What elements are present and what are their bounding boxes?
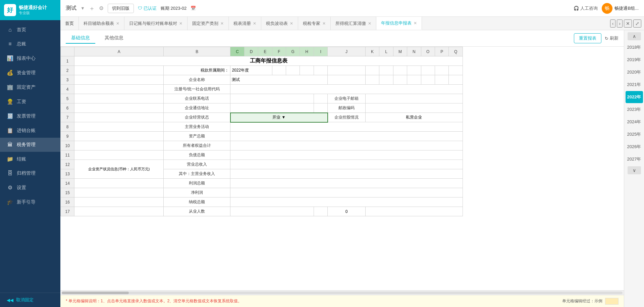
unpin-button[interactable]: ◀◀ 取消固定 (0, 293, 60, 307)
add-tab-button[interactable]: ＋ (89, 4, 95, 12)
tab-item-5[interactable]: 税负波动表✕ (261, 17, 298, 30)
sidebar-item-税务管理[interactable]: 🏛税务管理 (0, 138, 60, 152)
nav-label-1: 总账 (17, 41, 26, 47)
content-area: 基础信息 其他信息 重置报表 ↻ 刷新 A (60, 30, 644, 307)
tab-close-3[interactable]: ✕ (220, 21, 224, 26)
app-logo-icon: 好 (4, 4, 16, 16)
tab-label-3: 固定资产类别 (192, 20, 218, 27)
expand-button[interactable]: ⤢ (633, 19, 641, 28)
tab-item-8[interactable]: 年报信息申报表✕ (376, 17, 422, 30)
table-row: 10 所有者权益合计 (61, 141, 463, 150)
year-panel: ∧ 2018年2019年2020年2021年2022年2023年2024年202… (624, 30, 644, 307)
app-subtitle: 专业版 (19, 10, 47, 15)
hscroll-track[interactable] (62, 292, 623, 294)
year-item-2019年[interactable]: 2019年 (626, 54, 643, 66)
reset-button[interactable]: 重置报表 (574, 33, 601, 43)
tab-close-2[interactable]: ✕ (179, 21, 182, 26)
hscroll-bar[interactable] (60, 290, 624, 295)
hscroll-thumb[interactable] (62, 292, 129, 294)
shield-icon: 🛡 (138, 6, 142, 11)
tab-close-8[interactable]: ✕ (414, 21, 417, 26)
table-row: 7 企业经营状态 开业 ▼ 企业控股情况 私营企业 (61, 113, 463, 122)
tabbar: 首页科目辅助余额表✕日记账与银行对账单核对✕固定资产类别✕税表清册✕税负波动表✕… (60, 17, 644, 30)
table-row: 12 企业资产状况信息(币种：人民币万元) 营业总收入 (61, 160, 463, 169)
calendar-icon[interactable]: 📅 (191, 6, 196, 11)
sheet-actions: 重置报表 ↻ 刷新 (574, 33, 619, 43)
year-item-2021年[interactable]: 2021年 (626, 79, 643, 91)
col-header-l: L (379, 47, 393, 56)
sheet-container: 基础信息 其他信息 重置报表 ↻ 刷新 A (60, 30, 624, 307)
dropdown-arrow-icon[interactable]: ▼ (80, 6, 85, 11)
nav-icon-1: ≡ (7, 41, 13, 47)
settings-icon[interactable]: ⚙ (99, 5, 104, 11)
tab-label-5: 税负波动表 (266, 20, 288, 27)
table-row: 5 企业联系电话 企业电子邮箱 (61, 94, 463, 103)
year-scroll-down-button[interactable]: ∨ (628, 166, 641, 174)
sidebar-item-结账[interactable]: 📁结账 (0, 152, 60, 166)
sidebar-item-首页[interactable]: ⌂首页 (0, 23, 60, 37)
sidebar-item-报表中心[interactable]: 📊报表中心 (0, 51, 60, 65)
year-item-2026年[interactable]: 2026年 (626, 141, 643, 153)
sidebar-item-新手引导[interactable]: 🎓新手引导 (0, 195, 60, 209)
next-tab-button[interactable]: › (617, 19, 623, 28)
table-row: 3 企业名称 测试 (61, 75, 463, 85)
spreadsheet-wrapper[interactable]: A B C D E F G H I J K L M (60, 47, 624, 290)
year-item-2020年[interactable]: 2020年 (626, 66, 643, 78)
sheet-toolbar: 基础信息 其他信息 重置报表 ↻ 刷新 (60, 30, 624, 47)
example-color-box (605, 298, 619, 305)
tab-item-3[interactable]: 固定资产类别✕ (187, 17, 229, 30)
table-row: 4 注册号/统一社会信用代码 (61, 85, 463, 94)
nav-icon-8: 🏛 (7, 142, 13, 148)
sidebar-item-总账[interactable]: ≡总账 (0, 37, 60, 51)
tab-item-6[interactable]: 税检专家✕ (298, 17, 331, 30)
main-area: 测试 ▼ ＋ ⚙ 切到旧版 🛡 已认证 账期 2023-02 📅 🎧 人工咨询 … (60, 0, 644, 307)
close-tab-button[interactable]: ✕ (624, 19, 632, 28)
sidebar-item-资金管理[interactable]: 💰资金管理 (0, 65, 60, 80)
year-scroll-up-button[interactable]: ∧ (628, 32, 641, 40)
year-item-2018年[interactable]: 2018年 (626, 41, 643, 53)
nav-label-5: 工资 (17, 99, 26, 105)
year-item-2025年[interactable]: 2025年 (626, 128, 643, 140)
sidebar-logo: 好 畅捷通好会计 专业版 (0, 0, 60, 20)
tab-close-1[interactable]: ✕ (116, 21, 119, 26)
tab-item-4[interactable]: 税表清册✕ (229, 17, 261, 30)
service-button[interactable]: 🎧 人工咨询 (574, 5, 598, 11)
tab-item-7[interactable]: 所得税汇算清缴✕ (331, 17, 376, 30)
prev-tab-button[interactable]: ‹ (610, 19, 616, 28)
user-name: 畅捷通B组... (614, 5, 639, 11)
col-header-q: Q (449, 47, 463, 56)
sidebar-item-进销台账[interactable]: 📋进销台账 (0, 123, 60, 138)
table-row: 9 资产总额 (61, 132, 463, 141)
sidebar-item-工资[interactable]: 👷工资 (0, 94, 60, 109)
nav-icon-0: ⌂ (7, 27, 13, 33)
tab-close-6[interactable]: ✕ (322, 21, 326, 26)
pin-icon: ◀◀ (7, 298, 13, 303)
refresh-icon: ↻ (605, 36, 608, 41)
year-item-2023年[interactable]: 2023年 (626, 103, 643, 116)
tab-item-2[interactable]: 日记账与银行对账单核对✕ (124, 17, 187, 30)
sheet-title[interactable]: 工商年报信息表 (74, 56, 463, 66)
tab-basic-info[interactable]: 基础信息 (66, 33, 95, 44)
switch-version-button[interactable]: 切到旧版 (108, 4, 134, 13)
col-header-a: A (74, 47, 164, 56)
year-item-2022年[interactable]: 2022年 (626, 91, 643, 103)
tab-close-7[interactable]: ✕ (368, 21, 371, 26)
refresh-button[interactable]: ↻ 刷新 (605, 35, 619, 41)
sidebar-item-固定资产[interactable]: 🏢固定资产 (0, 80, 60, 94)
nav-icon-3: 💰 (7, 70, 13, 76)
business-status-cell[interactable]: 开业 ▼ (230, 113, 328, 122)
nav-icon-5: 👷 (7, 98, 13, 105)
col-header-n: N (407, 47, 421, 56)
tab-item-0[interactable]: 首页 (60, 17, 79, 30)
tab-other-info[interactable]: 其他信息 (99, 33, 129, 44)
year-item-2027年[interactable]: 2027年 (626, 153, 643, 165)
sidebar-nav: ⌂首页≡总账📊报表中心💰资金管理🏢固定资产👷工资🧾发票管理📋进销台账🏛税务管理📁… (0, 20, 60, 293)
sidebar-item-归档管理[interactable]: 🗄归档管理 (0, 166, 60, 180)
user-avatar: 畅 (602, 3, 612, 14)
tab-item-1[interactable]: 科目辅助余额表✕ (79, 17, 124, 30)
sidebar-item-设置[interactable]: ⚙设置 (0, 180, 60, 195)
tab-close-5[interactable]: ✕ (290, 21, 293, 26)
year-item-2024年[interactable]: 2024年 (626, 116, 643, 128)
tab-close-4[interactable]: ✕ (253, 21, 256, 26)
sidebar-item-发票管理[interactable]: 🧾发票管理 (0, 109, 60, 123)
